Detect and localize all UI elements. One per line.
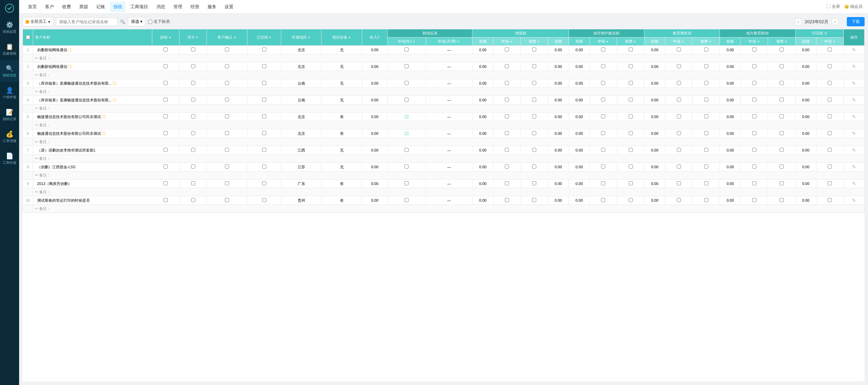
remark-cell[interactable]: ✏ 备注：	[33, 54, 865, 62]
caibao-year-cell[interactable]	[387, 196, 426, 205]
chao-shui-check[interactable]	[163, 148, 168, 152]
chao-shui-check[interactable]	[163, 131, 168, 135]
qing-ka-check[interactable]	[191, 114, 195, 118]
qing-ka-cell[interactable]	[180, 79, 207, 88]
th-zz-pay[interactable]: 缴费▼	[521, 38, 548, 46]
qing-ka-check[interactable]	[191, 98, 195, 102]
df-report-cell[interactable]	[741, 46, 768, 54]
jy-pay-check[interactable]	[704, 131, 708, 135]
edit-cell[interactable]: ✎	[843, 96, 864, 104]
cj-report-cell[interactable]	[589, 79, 617, 88]
remark-cell[interactable]: ✏ 备注：	[33, 155, 865, 163]
zz-report-check[interactable]	[505, 131, 509, 135]
jy-report-cell[interactable]	[665, 129, 693, 138]
zz-pay-cell[interactable]	[521, 129, 548, 138]
chao-shui-cell[interactable]	[152, 146, 179, 155]
qing-ka-check[interactable]	[191, 165, 195, 169]
remark-pencil[interactable]: ✏	[35, 156, 38, 160]
zz-pay-check[interactable]	[532, 98, 536, 102]
caibao-year-cell[interactable]	[387, 163, 426, 171]
confirm-check[interactable]	[225, 131, 229, 135]
cj-pay-check[interactable]	[629, 148, 633, 152]
remark-cell[interactable]: ✏ 备注：	[33, 171, 865, 180]
edit-cell[interactable]: ✎	[843, 180, 864, 188]
name-tag-checkbox[interactable]: 名下标表	[148, 19, 170, 25]
qing-ka-check[interactable]	[191, 198, 195, 202]
zz-pay-check[interactable]	[532, 181, 536, 185]
jy-pay-check[interactable]	[704, 64, 708, 68]
th-caibao-year[interactable]: 申报(年)▼	[387, 38, 426, 46]
cj-report-cell[interactable]	[589, 180, 617, 188]
confirm-check[interactable]	[225, 148, 229, 152]
yh-report-check[interactable]	[828, 148, 832, 152]
caibao-year-cell[interactable]	[387, 96, 426, 104]
zz-pay-check[interactable]	[532, 47, 536, 52]
warning-icon[interactable]: ⓘ	[68, 48, 72, 52]
paid-cell[interactable]	[247, 163, 281, 171]
th-income[interactable]: 收入C	[362, 29, 387, 46]
remark-pencil[interactable]: ✏	[35, 89, 38, 94]
df-pay-check[interactable]	[780, 98, 784, 102]
df-report-check[interactable]	[752, 64, 756, 68]
confirm-check[interactable]	[225, 181, 229, 185]
cj-report-cell[interactable]	[589, 129, 617, 138]
zz-report-cell[interactable]	[493, 62, 521, 71]
edit-icon[interactable]: ✎	[852, 198, 856, 203]
df-report-check[interactable]	[752, 47, 756, 52]
df-report-cell[interactable]	[741, 79, 768, 88]
jy-pay-cell[interactable]	[693, 163, 720, 171]
prev-month-btn[interactable]: ‹	[795, 18, 802, 26]
qing-ka-cell[interactable]	[180, 46, 207, 54]
yh-report-check[interactable]	[828, 81, 832, 85]
cj-pay-cell[interactable]	[617, 146, 644, 155]
zz-report-check[interactable]	[505, 81, 509, 85]
cj-report-cell[interactable]	[589, 62, 617, 71]
paid-check[interactable]	[262, 148, 266, 152]
th-chao-shui[interactable]: 抄税▼	[152, 29, 179, 46]
yh-report-cell[interactable]	[816, 62, 843, 71]
jy-pay-cell[interactable]	[693, 180, 720, 188]
remark-pencil[interactable]: ✏	[35, 56, 38, 60]
th-df-report[interactable]: 申报▼	[741, 38, 768, 46]
confirm-check[interactable]	[225, 64, 229, 68]
caibao-year-cell[interactable]	[387, 146, 426, 155]
jy-pay-check[interactable]	[704, 98, 708, 102]
jy-report-check[interactable]	[677, 98, 681, 102]
remark-pencil[interactable]: ✏	[35, 173, 38, 177]
confirm-cell[interactable]	[207, 46, 247, 54]
jy-report-cell[interactable]	[665, 146, 693, 155]
chao-shui-cell[interactable]	[152, 96, 179, 104]
th-qing-ka[interactable]: 清卡▼	[180, 29, 207, 46]
confirm-cell[interactable]	[207, 113, 247, 121]
cj-pay-cell[interactable]	[617, 62, 644, 71]
nav-service[interactable]: 服务	[204, 2, 220, 12]
warning-icon[interactable]: ⓘ	[102, 115, 106, 119]
paid-cell[interactable]	[247, 46, 281, 54]
search-input[interactable]	[56, 18, 117, 26]
df-report-cell[interactable]	[741, 113, 768, 121]
chao-shui-check[interactable]	[163, 47, 168, 52]
edit-icon[interactable]: ✎	[852, 47, 856, 53]
caibao-year-check[interactable]	[404, 98, 409, 102]
sidebar-item-batch-tax[interactable]: 📋 批量报税	[0, 38, 19, 60]
zz-report-cell[interactable]	[493, 46, 521, 54]
zz-pay-check[interactable]	[532, 165, 536, 169]
jy-report-cell[interactable]	[665, 62, 693, 71]
edit-cell[interactable]: ✎	[843, 62, 864, 71]
chao-shui-check[interactable]	[163, 165, 168, 169]
th-cj-report[interactable]: 申报▼	[589, 38, 617, 46]
jy-report-check[interactable]	[677, 181, 681, 185]
vip-btn[interactable]: 👑 稳会员	[844, 4, 863, 10]
edit-cell[interactable]: ✎	[843, 196, 864, 205]
df-pay-check[interactable]	[780, 64, 784, 68]
edit-icon[interactable]: ✎	[852, 147, 856, 153]
remark-pencil[interactable]: ✏	[35, 73, 38, 77]
cj-report-cell[interactable]	[589, 163, 617, 171]
yh-report-cell[interactable]	[816, 96, 843, 104]
jy-pay-cell[interactable]	[693, 113, 720, 121]
search-icon[interactable]: 🔍	[120, 19, 125, 24]
chao-shui-cell[interactable]	[152, 196, 179, 205]
cj-report-check[interactable]	[601, 131, 605, 135]
cj-report-check[interactable]	[601, 148, 605, 152]
df-report-check[interactable]	[752, 198, 756, 202]
